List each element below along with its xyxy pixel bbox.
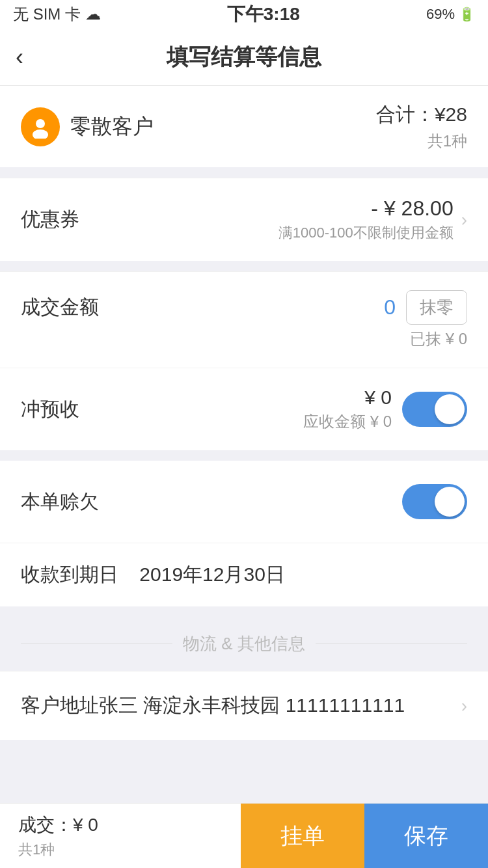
status-bar: 无 SIM 卡 ☁ 下午3:18 69% 🔋 xyxy=(0,0,488,29)
due-date-value: 2019年12月30日 xyxy=(139,563,284,585)
prepaid-sub: 应收金额 ¥ 0 xyxy=(303,411,392,432)
coupon-value-area: - ¥ 28.00 满1000-100不限制使用金额 xyxy=(278,197,454,243)
svg-point-0 xyxy=(36,119,45,128)
prepaid-label: 冲预收 xyxy=(21,396,79,423)
chevron-right-icon: › xyxy=(461,210,467,230)
logistics-line-right xyxy=(316,644,467,644)
customer-right: 合计：¥28 共1种 xyxy=(376,102,467,152)
bottom-info: 成交：¥ 0 共1种 xyxy=(0,804,241,868)
debt-row: 本单赊欠 xyxy=(0,461,488,543)
address-section: 客户地址 张三 海淀永丰科技园 11111111111 › xyxy=(0,671,488,740)
transaction-section: 成交金额 0 抹零 已抹 ¥ 0 冲预收 ¥ 0 应收金额 ¥ 0 xyxy=(0,271,488,450)
status-time: 下午3:18 xyxy=(227,2,300,27)
coupon-desc: 满1000-100不限制使用金额 xyxy=(278,223,454,243)
logistics-label: 物流 & 其他信息 xyxy=(183,632,305,655)
status-right: 69% 🔋 xyxy=(426,6,475,23)
bottom-transaction-line: 成交：¥ 0 xyxy=(18,813,223,837)
logistics-header: 物流 & 其他信息 xyxy=(0,617,488,671)
customer-avatar xyxy=(21,107,60,146)
debt-toggle[interactable] xyxy=(402,484,467,519)
prepaid-right: ¥ 0 应收金额 ¥ 0 xyxy=(303,387,467,432)
due-date-label: 收款到期日 xyxy=(21,563,118,585)
address-label: 客户地址 xyxy=(21,692,99,719)
page-title: 填写结算等信息 xyxy=(167,42,321,72)
coupon-label: 优惠券 xyxy=(21,206,79,233)
total-amount: 合计：¥28 xyxy=(376,102,467,128)
coupon-amount: - ¥ 28.00 xyxy=(278,197,454,221)
round-zero-button[interactable]: 抹零 xyxy=(406,290,467,325)
coupon-right: - ¥ 28.00 满1000-100不限制使用金额 › xyxy=(278,197,467,243)
signal-text: 无 SIM 卡 ☁ xyxy=(13,4,101,25)
battery-text: 69% xyxy=(426,6,455,23)
debt-section: 本单赊欠 收款到期日 2019年12月30日 xyxy=(0,461,488,606)
address-value: 张三 海淀永丰科技园 11111111111 xyxy=(99,692,456,719)
status-left: 无 SIM 卡 ☁ xyxy=(13,4,101,25)
prepaid-row: 冲预收 ¥ 0 应收金额 ¥ 0 xyxy=(0,368,488,450)
bottom-bar: 成交：¥ 0 共1种 挂单 保存 xyxy=(0,803,488,868)
transaction-row: 成交金额 0 抹零 已抹 ¥ 0 xyxy=(0,271,488,368)
transaction-value[interactable]: 0 xyxy=(384,295,396,319)
prepaid-amount: ¥ 0 xyxy=(303,387,392,409)
customer-row: 零散客户 合计：¥28 共1种 xyxy=(0,86,488,167)
transaction-sub: 已抹 ¥ 0 xyxy=(21,329,467,349)
coupon-row[interactable]: 优惠券 - ¥ 28.00 满1000-100不限制使用金额 › xyxy=(0,178,488,261)
transaction-top: 成交金额 0 抹零 xyxy=(21,290,467,325)
transaction-label: 成交金额 xyxy=(21,294,99,321)
nav-bar: ‹ 填写结算等信息 xyxy=(0,29,488,86)
customer-name: 零散客户 xyxy=(70,113,154,141)
customer-left: 零散客户 xyxy=(21,107,154,146)
coupon-section[interactable]: 优惠券 - ¥ 28.00 满1000-100不限制使用金额 › xyxy=(0,178,488,261)
customer-section: 零散客户 合计：¥28 共1种 xyxy=(0,86,488,167)
bottom-transaction-value: ¥ 0 xyxy=(73,815,98,835)
transaction-right-top: 0 抹零 xyxy=(384,290,467,325)
bottom-count: 共1种 xyxy=(18,840,223,860)
toggle-knob xyxy=(435,394,465,424)
prepaid-values: ¥ 0 应收金额 ¥ 0 xyxy=(303,387,392,432)
svg-point-1 xyxy=(33,129,48,139)
address-chevron-icon: › xyxy=(461,696,467,716)
logistics-line-left xyxy=(21,644,172,644)
battery-icon: 🔋 xyxy=(459,7,475,22)
bottom-transaction-label: 成交： xyxy=(18,815,73,835)
back-button[interactable]: ‹ xyxy=(16,44,23,71)
save-button[interactable]: 保存 xyxy=(364,804,488,868)
prepaid-toggle[interactable] xyxy=(402,392,467,427)
debt-label: 本单赊欠 xyxy=(21,489,99,515)
due-date-row[interactable]: 收款到期日 2019年12月30日 xyxy=(0,543,488,606)
address-row[interactable]: 客户地址 张三 海淀永丰科技园 11111111111 › xyxy=(0,671,488,740)
total-count: 共1种 xyxy=(376,131,467,152)
hold-button[interactable]: 挂单 xyxy=(241,804,364,868)
debt-toggle-knob xyxy=(435,487,465,517)
